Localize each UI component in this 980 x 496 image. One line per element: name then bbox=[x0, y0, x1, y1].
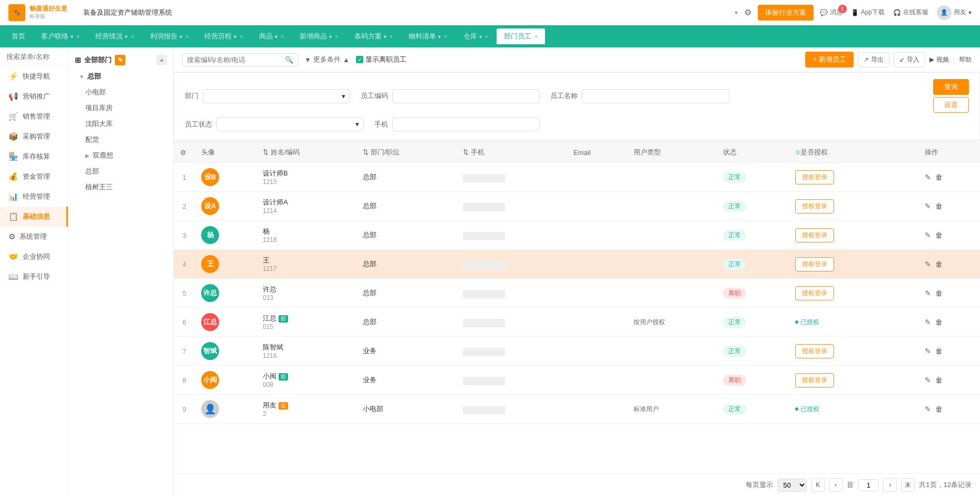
edit-button[interactable]: ✎ bbox=[925, 260, 931, 268]
tab-close-dept-staff[interactable]: × bbox=[534, 33, 538, 40]
dept-item-xiaodian[interactable]: 小电部 bbox=[68, 84, 173, 100]
tab-close-bom[interactable]: × bbox=[444, 33, 447, 40]
last-page-button[interactable]: 末 bbox=[901, 478, 915, 492]
delete-button[interactable]: 🗑 bbox=[935, 405, 943, 413]
tab-close-history[interactable]: × bbox=[240, 33, 243, 40]
phone-input[interactable] bbox=[392, 117, 540, 131]
emp-name-input[interactable] bbox=[582, 89, 729, 103]
col-dept[interactable]: ⇅ 部门/职位 bbox=[357, 142, 457, 163]
tab-profit[interactable]: 利润报告▾× bbox=[143, 28, 196, 44]
page-number-input[interactable] bbox=[858, 479, 879, 491]
edit-button[interactable]: ✎ bbox=[925, 318, 931, 326]
auth-button[interactable]: 授权登录 bbox=[795, 257, 834, 271]
auth-button[interactable]: 授权登录 bbox=[795, 199, 834, 213]
tab-close-warehouse[interactable]: × bbox=[485, 33, 488, 40]
sidebar-item-system[interactable]: ⚙系统管理 bbox=[0, 227, 68, 247]
auth-button[interactable]: 授权登录 bbox=[795, 286, 834, 300]
edit-button[interactable]: ✎ bbox=[925, 173, 931, 181]
tab-history[interactable]: 经营历程▾× bbox=[197, 28, 250, 44]
set-button[interactable]: 设置 bbox=[933, 97, 969, 113]
sidebar-item-marketing[interactable]: 📢营销推广 bbox=[0, 86, 68, 106]
dept-item-zongbu[interactable]: 总部 bbox=[68, 163, 173, 179]
dept-item-shenyang[interactable]: 沈阳大库 bbox=[68, 116, 173, 132]
tab-barcode[interactable]: 条码方案▾× bbox=[347, 28, 400, 44]
auth-button[interactable]: 授权登录 bbox=[795, 344, 834, 358]
add-employee-button[interactable]: + 新增员工 bbox=[805, 52, 853, 67]
delete-button[interactable]: 🗑 bbox=[935, 318, 943, 326]
more-filter-btn[interactable]: ▼ 更多条件 ▲ bbox=[304, 55, 350, 64]
sidebar-item-basic-info[interactable]: 📋基础信息 bbox=[0, 207, 68, 227]
auth-button[interactable]: 授权登录 bbox=[795, 373, 834, 387]
sidebar-item-purchase[interactable]: 📦采购管理 bbox=[0, 127, 68, 147]
help-button[interactable]: 帮助 bbox=[959, 55, 972, 64]
online-service-button[interactable]: 🎧 在线客服 bbox=[893, 8, 928, 17]
search-icon[interactable]: 🔍 bbox=[285, 56, 293, 64]
dept-filter-select[interactable]: ▾ bbox=[203, 89, 350, 103]
col-name[interactable]: ⇅ 姓名/编码 bbox=[256, 142, 357, 163]
export-button[interactable]: ↗ 导出 bbox=[858, 52, 889, 67]
edit-button[interactable]: ✎ bbox=[925, 202, 931, 210]
tab-customer[interactable]: 客户联络▾× bbox=[34, 28, 87, 44]
tab-close-goods[interactable]: × bbox=[281, 33, 284, 40]
next-page-button[interactable]: › bbox=[883, 478, 897, 492]
auth-button[interactable]: 授权登录 bbox=[795, 170, 834, 184]
query-button[interactable]: 查询 bbox=[933, 79, 969, 95]
dept-item-projectroom[interactable]: 项目库房 bbox=[68, 100, 173, 116]
delete-button[interactable]: 🗑 bbox=[935, 260, 943, 268]
tab-dept-staff[interactable]: 部门员工× bbox=[497, 28, 545, 44]
dept-item-shuanglu[interactable]: ▶ 双鹿想 bbox=[68, 148, 173, 163]
show-resigned-checkbox[interactable]: ✓ bbox=[356, 56, 363, 63]
tab-close-profit[interactable]: × bbox=[185, 33, 189, 40]
delete-button[interactable]: 🗑 bbox=[935, 173, 943, 181]
delete-button[interactable]: 🗑 bbox=[935, 289, 943, 297]
tab-close-customer[interactable]: × bbox=[76, 33, 80, 40]
sidebar-item-sales[interactable]: 🛒销售管理 bbox=[0, 106, 68, 127]
sidebar-item-finance[interactable]: 💰资金管理 bbox=[0, 167, 68, 187]
sidebar-item-collab[interactable]: 🤝企业协同 bbox=[0, 247, 68, 267]
dept-item-peihuo[interactable]: 配货 bbox=[68, 132, 173, 148]
delete-button[interactable]: 🗑 bbox=[935, 376, 943, 384]
settings-icon[interactable]: ⚙ bbox=[744, 7, 751, 17]
delete-button[interactable]: 🗑 bbox=[935, 202, 943, 210]
sidebar-item-operations[interactable]: 📊经营管理 bbox=[0, 187, 68, 207]
tab-warehouse[interactable]: 仓库▾× bbox=[456, 28, 496, 44]
user-area[interactable]: 👤 用友 ▾ bbox=[937, 5, 972, 20]
import-button[interactable]: ↙ 导入 bbox=[894, 52, 925, 67]
trial-button[interactable]: 体验行业方案 bbox=[758, 5, 814, 21]
tab-close-operations[interactable]: × bbox=[131, 33, 134, 40]
delete-button[interactable]: 🗑 bbox=[935, 347, 943, 355]
app-download-button[interactable]: 📱 App下载 bbox=[851, 8, 885, 17]
delete-button[interactable]: 🗑 bbox=[935, 231, 943, 239]
edit-button[interactable]: ✎ bbox=[925, 289, 931, 297]
col-settings[interactable]: ⚙ bbox=[174, 142, 195, 163]
dept-item-zhushu[interactable]: 植树王三 bbox=[68, 179, 173, 195]
emp-status-select[interactable]: ▾ bbox=[216, 117, 364, 131]
tab-operations[interactable]: 经营情况▾× bbox=[88, 28, 141, 44]
per-page-select[interactable]: 50 100 bbox=[777, 479, 807, 492]
dept-edit-icon[interactable]: ✎ bbox=[115, 55, 125, 65]
tab-home[interactable]: 首页 bbox=[4, 28, 33, 44]
edit-button[interactable]: ✎ bbox=[925, 347, 931, 355]
edit-button[interactable]: ✎ bbox=[925, 376, 931, 384]
first-page-button[interactable]: K bbox=[811, 478, 825, 492]
edit-button[interactable]: ✎ bbox=[925, 405, 931, 413]
system-dropdown-btn[interactable]: ▾ bbox=[735, 9, 738, 16]
auth-button[interactable]: 授权登录 bbox=[795, 228, 834, 242]
messages-button[interactable]: 💬 消息 5 bbox=[820, 8, 843, 17]
emp-code-input[interactable] bbox=[392, 89, 540, 103]
edit-button[interactable]: ✎ bbox=[925, 231, 931, 239]
tab-bom[interactable]: 物料清单▾× bbox=[401, 28, 454, 44]
dept-item-headquarters-group[interactable]: ▼ 总部 bbox=[68, 69, 173, 84]
view-button[interactable]: ▶ 视频 bbox=[929, 55, 949, 64]
prev-page-button[interactable]: ‹ bbox=[829, 478, 843, 492]
sidebar-item-quick-nav[interactable]: ⚡快捷导航 bbox=[0, 66, 68, 86]
search-input[interactable] bbox=[187, 56, 282, 64]
sidebar-item-guide[interactable]: 📖新手引导 bbox=[0, 267, 68, 287]
tab-close-new-goods[interactable]: × bbox=[335, 33, 338, 40]
dept-collapse-btn[interactable]: « bbox=[156, 55, 167, 65]
col-phone[interactable]: ⇅ 手机 bbox=[457, 142, 567, 163]
sidebar-item-inventory[interactable]: 🏪库存核算 bbox=[0, 147, 68, 167]
tab-close-barcode[interactable]: × bbox=[390, 33, 393, 40]
tab-goods[interactable]: 商品▾× bbox=[252, 28, 291, 44]
tab-new-goods[interactable]: 新增商品▾× bbox=[292, 28, 345, 44]
